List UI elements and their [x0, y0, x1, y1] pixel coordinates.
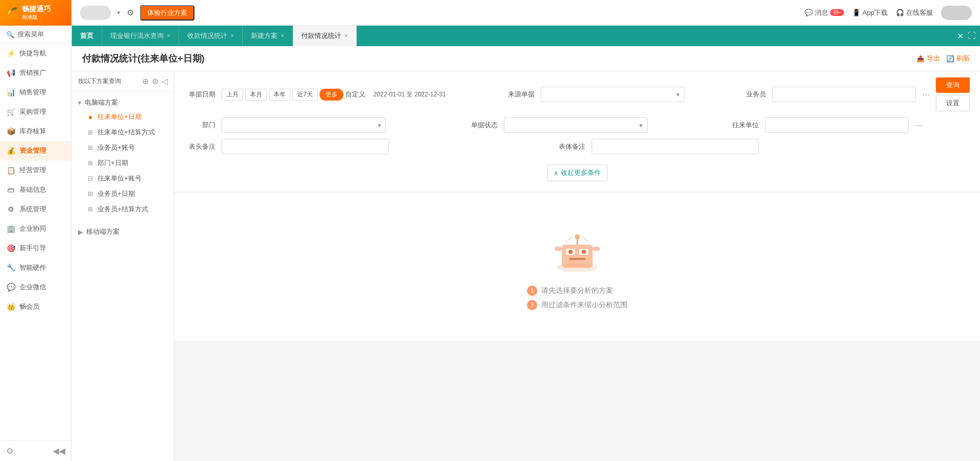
member-icon: 👑	[6, 302, 15, 311]
query-button[interactable]: 查询	[936, 77, 970, 93]
settings-gear-icon[interactable]: ⚙	[127, 8, 134, 17]
scheme-item-counterpart-date[interactable]: ● 往来单位+日期	[72, 109, 174, 125]
last-7-days-btn[interactable]: 近7天	[292, 89, 318, 101]
sidebar-item-sales[interactable]: 📊 销售管理	[0, 83, 71, 102]
doc-status-select[interactable]: ▾	[504, 117, 648, 133]
refresh-label: 刷新	[956, 54, 970, 63]
filter-row-3: 表头备注 表体备注	[185, 139, 970, 154]
sidebar-item-purchase[interactable]: 🛒 采购管理	[0, 102, 71, 122]
tab-new-scheme-close[interactable]: ×	[281, 32, 284, 39]
headset-icon: 🎧	[896, 9, 904, 16]
more-btn[interactable]: 更多	[320, 89, 343, 101]
scheme-item-staff-date[interactable]: ⊞ 业务员+日期	[72, 186, 174, 202]
tab-home[interactable]: 首页	[72, 26, 102, 46]
source-select[interactable]: ▾	[541, 87, 684, 102]
scheme-item-dept-date[interactable]: ⊞ 部门+日期	[72, 155, 174, 171]
filter-actions-row: ∧ 收起更多条件	[185, 161, 970, 185]
scheme-item-staff-account[interactable]: ⊞ 业务员+账号	[72, 140, 174, 155]
counterpart-select[interactable]	[765, 117, 909, 133]
collapse-icon: ∧	[554, 169, 559, 177]
app-download-button[interactable]: 📱 App下载	[852, 8, 888, 17]
counterpart-label: 往来单位	[732, 121, 759, 130]
footer-collapse-icon[interactable]: ◀◀	[53, 446, 65, 456]
staff-more-icon[interactable]: ···	[922, 89, 930, 100]
scheme-item-label: 部门+日期	[97, 158, 128, 168]
staff-label: 业务员	[746, 90, 766, 99]
dept-select[interactable]: ▾	[222, 117, 386, 133]
footer-settings-icon[interactable]: ⚙	[6, 446, 13, 456]
export-button[interactable]: 📤 导出	[916, 54, 940, 63]
sidebar-item-quick-nav[interactable]: ⚡ 快捷导航	[0, 44, 71, 63]
user-dropdown-icon[interactable]: ▾	[117, 9, 121, 16]
empty-tips: 1 请先选择要分析的方案 2 用过滤条件来缩小分析范围	[527, 286, 628, 310]
counterpart-more-icon[interactable]: ···	[915, 120, 923, 131]
header-note-input[interactable]	[222, 139, 389, 154]
marketing-icon: 📢	[6, 68, 15, 77]
sidebar-item-system[interactable]: ⚙ 系统管理	[0, 199, 71, 219]
scheme-settings-icon[interactable]: ⊛	[152, 76, 159, 86]
sidebar-search[interactable]: 🔍 搜索菜单	[0, 26, 71, 44]
sidebar-item-marketing[interactable]: 📢 营销推广	[0, 63, 71, 83]
group-label: 电脑端方案	[85, 98, 118, 107]
sidebar-item-basic[interactable]: 🗃 基础信息	[0, 180, 71, 199]
tab-home-label: 首页	[80, 31, 93, 41]
sidebar-item-business[interactable]: 📋 经营管理	[0, 161, 71, 180]
scheme-group-desktop: ▾ 电脑端方案 ● 往来单位+日期 ⊞ 往来单位+结算方式 ⊞	[72, 92, 174, 221]
sidebar-item-member[interactable]: 👑 畅会员	[0, 297, 71, 316]
settings-button[interactable]: 设置	[936, 95, 970, 111]
sidebar-item-wechat[interactable]: 💬 企业微信	[0, 277, 71, 297]
sidebar-item-guide[interactable]: 🎯 新手引导	[0, 238, 71, 258]
svg-point-8	[575, 234, 580, 239]
tab-payment[interactable]: 付款情况统计 ×	[293, 26, 357, 46]
customer-service-button[interactable]: 🎧 在线客服	[896, 8, 933, 17]
message-button[interactable]: 💬 消息 99+	[805, 8, 844, 17]
custom-btn[interactable]: 自定义	[345, 90, 365, 99]
page-actions: 📤 导出 🔄 刷新	[916, 54, 970, 63]
tab-close-all-icon[interactable]: ✕	[957, 31, 964, 41]
svg-rect-6	[569, 258, 585, 260]
topbar-user-avatar[interactable]	[941, 6, 972, 20]
scheme-item-label: 业务员+结算方式	[97, 205, 148, 214]
tab-collection-close[interactable]: ×	[230, 32, 234, 39]
sidebar-label: 经营管理	[19, 166, 46, 175]
guide-icon: 🎯	[6, 244, 15, 253]
scheme-group-mobile-title[interactable]: ▶ 移动端方案	[72, 225, 174, 238]
tab-fullscreen-icon[interactable]: ⛶	[968, 31, 976, 41]
basic-icon: 🗃	[6, 185, 15, 194]
scheme-item-counterpart-account[interactable]: ⊟ 往来单位+账号	[72, 171, 174, 186]
page-title: 付款情况统计(往来单位+日期)	[82, 52, 205, 65]
sidebar-item-inventory[interactable]: 📦 库存核算	[0, 122, 71, 141]
tab-payment-close[interactable]: ×	[344, 32, 348, 39]
sidebar-label: 基础信息	[19, 185, 46, 194]
staff-select[interactable]	[772, 87, 916, 102]
page-header: 付款情况统计(往来单位+日期) 📤 导出 🔄 刷新	[72, 46, 980, 71]
filter-box: 单据日期 上月 本月 本年 近7天 更多 自定义 2022-01-01 至 20…	[174, 71, 980, 191]
scheme-item-staff-settle[interactable]: ⊞ 业务员+结算方式	[72, 202, 174, 217]
scheme-group-desktop-title[interactable]: ▾ 电脑端方案	[72, 96, 174, 109]
sidebar-item-hardware[interactable]: 🔧 智能硬件	[0, 258, 71, 277]
trial-button[interactable]: 体验行业方案	[140, 5, 194, 21]
collapse-scheme-icon[interactable]: ◁	[162, 76, 168, 86]
collapse-label: 收起更多条件	[561, 168, 601, 177]
body-note-input[interactable]	[592, 139, 759, 154]
this-year-btn[interactable]: 本年	[269, 89, 290, 101]
add-scheme-icon[interactable]: ⊕	[142, 76, 149, 86]
sidebar-label: 快捷导航	[19, 49, 46, 58]
tip-text-2: 用过滤条件来缩小分析范围	[541, 300, 628, 310]
tab-bank-close[interactable]: ×	[167, 32, 170, 39]
this-month-btn[interactable]: 本月	[245, 89, 267, 101]
tab-new-scheme[interactable]: 新建方案 ×	[243, 26, 293, 46]
phone-icon: 📱	[852, 9, 860, 16]
collapse-conditions-button[interactable]: ∧ 收起更多条件	[547, 165, 607, 181]
svg-rect-1	[562, 245, 593, 268]
source-label: 来源单据	[508, 90, 535, 99]
source-dropdown-icon: ▾	[676, 91, 680, 98]
tab-bank[interactable]: 现金银行流水查询 ×	[102, 26, 179, 46]
refresh-button[interactable]: 🔄 刷新	[946, 54, 970, 63]
sidebar-item-enterprise[interactable]: 🏢 企业协同	[0, 219, 71, 238]
last-month-btn[interactable]: 上月	[222, 89, 243, 101]
scheme-item-counterpart-settle[interactable]: ⊞ 往来单位+结算方式	[72, 125, 174, 140]
search-label: 搜索菜单	[17, 30, 44, 39]
tab-collection[interactable]: 收款情况统计 ×	[179, 26, 243, 46]
sidebar-item-finance[interactable]: 💰 资金管理	[0, 141, 71, 161]
